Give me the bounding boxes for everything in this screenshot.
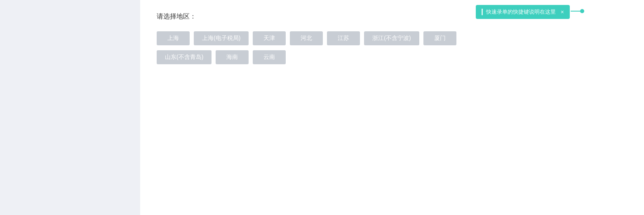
region-button[interactable]: 浙江(不含宁波) bbox=[364, 31, 419, 45]
region-button[interactable]: 江苏 bbox=[327, 31, 360, 45]
region-button[interactable]: 厦门 bbox=[423, 31, 456, 45]
tooltip-close-button[interactable]: × bbox=[561, 9, 564, 15]
region-button[interactable]: 上海(电子税局) bbox=[194, 31, 249, 45]
region-button[interactable]: 云南 bbox=[253, 50, 286, 64]
region-row-2: 山东(不含青岛)海南云南 bbox=[157, 50, 628, 64]
region-row-1: 上海上海(电子税局)天津河北江苏浙江(不含宁波)厦门 bbox=[157, 31, 628, 45]
tooltip-banner: 快速录单的快捷键说明在这里 × bbox=[476, 5, 570, 19]
region-button[interactable]: 河北 bbox=[290, 31, 323, 45]
tooltip-dot bbox=[580, 9, 584, 13]
tooltip-bar bbox=[482, 9, 483, 15]
region-button[interactable]: 天津 bbox=[253, 31, 286, 45]
tooltip-text: 快速录单的快捷键说明在这里 bbox=[486, 8, 556, 16]
main-content: 请选择地区： 上海上海(电子税局)天津河北江苏浙江(不含宁波)厦门 山东(不含青… bbox=[140, 0, 644, 215]
region-button[interactable]: 山东(不含青岛) bbox=[157, 50, 212, 64]
region-button[interactable]: 海南 bbox=[216, 50, 249, 64]
region-button[interactable]: 上海 bbox=[157, 31, 190, 45]
sidebar bbox=[0, 0, 140, 215]
